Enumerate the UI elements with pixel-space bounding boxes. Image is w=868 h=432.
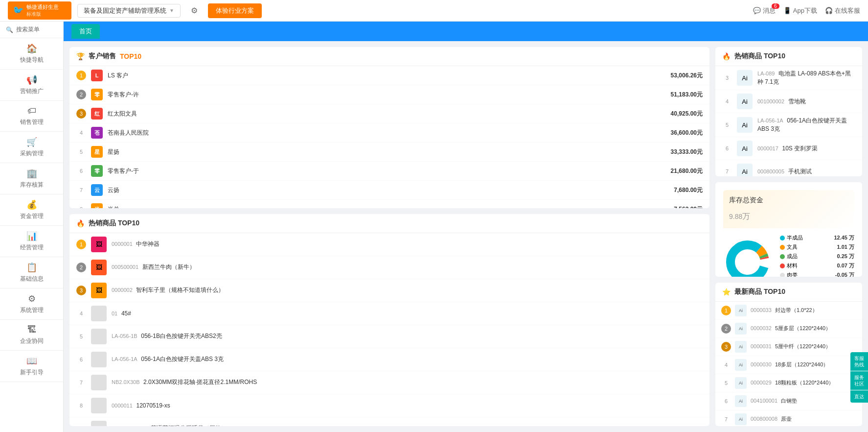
marketing-icon: 📢 — [26, 74, 37, 85]
product-name: 056-1A白色按键开关盖ABS 3克 — [141, 356, 224, 362]
product-code: LA-056-1B — [112, 333, 137, 339]
rank-amount: 7,680.00元 — [674, 186, 703, 194]
sidebar-item-basic[interactable]: 📋 基础信息 — [0, 257, 63, 288]
new-product-image: Ai — [735, 377, 747, 389]
sales-top10-card: 🏆 客户销售 TOP10 1 L LS 客户 53,006.26元 2 零 零售… — [69, 47, 709, 208]
sidebar-item-operations[interactable]: 📊 经营管理 — [0, 226, 63, 257]
inventory-icon: 🏢 — [26, 168, 37, 179]
customer-service-btn[interactable]: 客服热线 — [850, 352, 868, 371]
rank-avatar: 云 — [91, 184, 103, 196]
product-image: 🖼 — [91, 260, 107, 275]
rank-name: 红太阳文具 — [108, 110, 666, 118]
sidebar-item-enterprise[interactable]: 🏗 企业协同 — [0, 320, 63, 351]
sidebar-label-finance: 资金管理 — [20, 212, 44, 220]
rank-amount: 40,925.00元 — [671, 110, 703, 118]
legend-dot — [780, 236, 785, 240]
sales-rank-row: 2 零 零售客户-许 51,183.00元 — [69, 85, 709, 104]
product-code: KK-SD22110H — [112, 425, 147, 426]
new-product-row: 5 Ai 0000029 18颗粒板（1220*2440） — [715, 374, 862, 392]
sidebar-label-quick-nav: 快捷导航 — [20, 56, 44, 64]
product-info-right: 000800005 手机测试 — [757, 168, 812, 176]
new-product-row: 1 Ai 0000033 封边带（1.0*22） — [715, 302, 862, 320]
sidebar-item-sales[interactable]: 🏷 销售管理 — [0, 101, 63, 132]
sidebar: 🔍 搜索菜单 🏠 快捷导航 📢 营销推广 🏷 销售管理 🛒 采购管理 🏢 库存核… — [0, 22, 64, 432]
service-icon: 🎧 — [825, 7, 833, 14]
rank-number: 5 — [76, 147, 86, 157]
app-download-button[interactable]: 📱 App下载 — [783, 6, 817, 15]
service-community-btn[interactable]: 服务社区 — [850, 371, 868, 390]
tab-home[interactable]: 首页 — [71, 24, 100, 39]
sidebar-item-marketing[interactable]: 📢 营销推广 — [0, 70, 63, 101]
product-rank: 2 — [76, 263, 86, 272]
new-product-row: 3 Ai 0000031 5厘中纤（1220*2440） — [715, 338, 862, 356]
new-product-code: 0000033 — [751, 307, 772, 313]
system-selector[interactable]: 装备及固定资产辅助管理系统 ▼ — [77, 4, 181, 18]
product-rank-right: 3 — [722, 73, 732, 83]
legend-item: 肉类 -0.05 万 — [780, 271, 854, 276]
product-rank-right: 5 — [722, 120, 732, 130]
donut-legend: 半成品 12.45 万 文具 1.01 万 成品 0.25 万 材料 0.07 … — [780, 234, 854, 276]
hot-products-right-header: 🔥 热销商品 TOP10 — [715, 47, 862, 66]
new-product-code: 0000031 — [751, 343, 772, 349]
topbar: 🐦 畅捷通好生意 标准版 装备及固定资产辅助管理系统 ▼ ⚙ 体验行业方案 💬 … — [0, 0, 868, 22]
sales-rank-row: 3 红 红太阳文具 40,925.00元 — [69, 104, 709, 123]
online-service-button[interactable]: 🎧 在线客服 — [825, 6, 860, 15]
float-buttons: 客服热线 服务社区 直达 — [850, 352, 868, 403]
hot-product-row: 7 NB2.0X30B 2.0X30MM双排花轴·搓花直径2.1MM/ROHS — [69, 371, 709, 394]
settings-button[interactable]: ⚙ — [186, 3, 202, 19]
search-menu[interactable]: 🔍 搜索菜单 — [0, 22, 63, 38]
hot-product-right-row: 3 Ai LA-089 电池盖 LA-089 ABS本色+黑种 7.1克 — [715, 66, 862, 90]
sidebar-item-guide[interactable]: 📖 新手引导 — [0, 351, 63, 382]
legend-item: 半成品 12.45 万 — [780, 234, 854, 241]
messages-button[interactable]: 💬 消息 6 — [753, 6, 776, 15]
new-product-info: 0000031 5厘中纤（1220*2440） — [751, 343, 856, 350]
sidebar-item-finance[interactable]: 💰 资金管理 — [0, 194, 63, 226]
hot-products-card: 🔥 热销商品 TOP10 1 🖼 0000001 中华神器 2 🖼 000500… — [69, 214, 709, 426]
sidebar-label-purchase: 采购管理 — [20, 149, 44, 158]
product-name: 12070519-xs — [136, 402, 170, 409]
rank-amount: 53,006.26元 — [671, 72, 703, 80]
rank-amount: 33,333.00元 — [671, 148, 703, 156]
sidebar-item-purchase[interactable]: 🛒 采购管理 — [0, 132, 63, 163]
sidebar-item-inventory[interactable]: 🏢 库存核算 — [0, 163, 63, 194]
product-code: LA-056-1A — [112, 356, 137, 362]
hot-product-row: 6 LA-056-1A 056-1A白色按键开关盖ABS 3克 — [69, 348, 709, 371]
product-code-right: 0000017 — [757, 145, 778, 151]
new-products-card: ⭐ 最新商品 TOP10 1 Ai 0000033 封边带（1.0*22） 2 … — [715, 283, 862, 426]
product-rank: 7 — [76, 378, 86, 387]
sidebar-label-enterprise: 企业协同 — [20, 337, 44, 345]
new-product-name: 封边带（1.0*22） — [775, 307, 818, 313]
rank-number: 2 — [76, 90, 86, 99]
rank-avatar: 星 — [91, 146, 103, 158]
product-rank: 5 — [76, 332, 86, 341]
new-product-rank: 2 — [721, 324, 731, 334]
direct-btn[interactable]: 直达 — [850, 390, 868, 403]
product-info: LA-056-1A 056-1A白色按键开关盖ABS 3克 — [112, 355, 224, 363]
rank-name: 零售客户-许 — [108, 91, 666, 99]
rank-name: 星扬 — [108, 148, 666, 156]
trial-button[interactable]: 体验行业方案 — [208, 3, 262, 18]
product-image-right: Ai — [737, 70, 753, 86]
hot-product-row: 5 LA-056-1B 056-1B白色按键开关壳ABS2壳 — [69, 325, 709, 348]
sales-rank-row: 8 肖 肖总 7,563.00元 — [69, 200, 709, 208]
new-product-info: 0000032 5厘多层（1220*2440） — [751, 325, 856, 332]
legend-dot — [780, 264, 785, 268]
hot-product-row: 1 🖼 0000001 中华神器 — [69, 233, 709, 256]
product-image-right: Ai — [737, 117, 753, 133]
fire-icon: 🔥 — [76, 219, 85, 227]
product-name: 056-1B白色按键开关壳ABS2壳 — [141, 333, 222, 339]
new-product-code: 004100001 — [751, 398, 777, 404]
sidebar-item-quick-nav[interactable]: 🏠 快捷导航 — [0, 38, 63, 70]
new-product-name: 5厘中纤（1220*2440） — [775, 343, 831, 349]
guide-icon: 📖 — [26, 356, 37, 366]
sidebar-item-system[interactable]: ⚙ 系统管理 — [0, 288, 63, 320]
product-code: 0000002 — [112, 287, 133, 293]
new-product-image: Ai — [735, 341, 747, 353]
chevron-down-icon: ▼ — [169, 8, 174, 13]
trophy-icon: 🏆 — [76, 52, 85, 60]
product-name-right: 10S 变刹罗渠 — [782, 145, 818, 152]
product-code-right: LA-056-1A — [757, 118, 783, 123]
product-image-right: Ai — [737, 94, 753, 109]
product-rank-right: 4 — [722, 96, 732, 106]
system-icon: ⚙ — [28, 293, 36, 304]
